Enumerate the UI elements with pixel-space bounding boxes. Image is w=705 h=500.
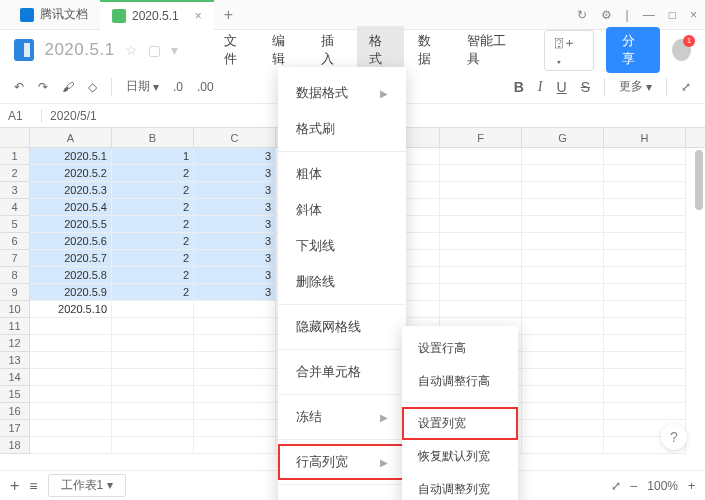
clear-format-icon[interactable]: ◇ bbox=[88, 80, 97, 94]
cell[interactable] bbox=[604, 148, 686, 165]
cell[interactable] bbox=[30, 437, 112, 454]
cell[interactable] bbox=[30, 318, 112, 335]
menu-item[interactable]: 合并单元格 bbox=[278, 354, 406, 390]
menu-item[interactable]: 删除线 bbox=[278, 264, 406, 300]
cell[interactable] bbox=[112, 437, 194, 454]
cell[interactable] bbox=[522, 420, 604, 437]
cell[interactable] bbox=[604, 352, 686, 369]
cell-reference[interactable]: A1 bbox=[0, 109, 42, 123]
cell[interactable] bbox=[440, 216, 522, 233]
row-header[interactable]: 18 bbox=[0, 437, 30, 454]
cell[interactable] bbox=[604, 284, 686, 301]
cell[interactable] bbox=[194, 420, 276, 437]
doc-tab[interactable]: 2020.5.1 × bbox=[100, 0, 214, 30]
cell[interactable] bbox=[30, 386, 112, 403]
row-header[interactable]: 12 bbox=[0, 335, 30, 352]
cell[interactable]: 2 bbox=[112, 267, 194, 284]
format-painter-icon[interactable]: 🖌 bbox=[62, 80, 74, 94]
cell[interactable] bbox=[440, 233, 522, 250]
sheet-tab[interactable]: 工作表1 ▾ bbox=[48, 474, 126, 497]
cell[interactable]: 3 bbox=[194, 199, 276, 216]
cell[interactable] bbox=[194, 437, 276, 454]
cell[interactable] bbox=[30, 420, 112, 437]
cell[interactable] bbox=[522, 437, 604, 454]
cell[interactable] bbox=[522, 403, 604, 420]
menu-item[interactable]: 条件格式 bbox=[278, 489, 406, 500]
cell[interactable] bbox=[604, 403, 686, 420]
cell[interactable] bbox=[112, 403, 194, 420]
cell[interactable]: 3 bbox=[194, 267, 276, 284]
submenu-item[interactable]: 恢复默认列宽 bbox=[402, 440, 518, 473]
number-format-dropdown[interactable]: 日期 ▾ bbox=[126, 78, 159, 95]
row-header[interactable]: 17 bbox=[0, 420, 30, 437]
menu-item[interactable]: 数据格式▶ bbox=[278, 75, 406, 111]
cell[interactable] bbox=[604, 335, 686, 352]
cell[interactable] bbox=[194, 369, 276, 386]
more-dropdown[interactable]: 更多 ▾ bbox=[619, 78, 652, 95]
cell[interactable]: 2020.5.5 bbox=[30, 216, 112, 233]
menu-item-0[interactable]: 文件 bbox=[212, 26, 259, 74]
redo-icon[interactable]: ↷ bbox=[38, 80, 48, 94]
avatar[interactable]: 1 bbox=[672, 39, 691, 61]
cell[interactable] bbox=[522, 148, 604, 165]
row-header[interactable]: 10 bbox=[0, 301, 30, 318]
cell[interactable] bbox=[112, 301, 194, 318]
col-header-C[interactable]: C bbox=[194, 128, 276, 147]
cell[interactable] bbox=[604, 318, 686, 335]
settings-icon[interactable]: ⚙ bbox=[601, 8, 612, 22]
cell[interactable]: 2 bbox=[112, 182, 194, 199]
share-button[interactable]: 分享 bbox=[606, 27, 660, 73]
cell[interactable] bbox=[440, 284, 522, 301]
cell[interactable] bbox=[112, 318, 194, 335]
submenu-item[interactable]: 设置行高 bbox=[402, 332, 518, 365]
col-header-B[interactable]: B bbox=[112, 128, 194, 147]
cell[interactable]: 1 bbox=[112, 148, 194, 165]
cell[interactable]: 2020.5.8 bbox=[30, 267, 112, 284]
cell[interactable] bbox=[112, 369, 194, 386]
cell[interactable] bbox=[522, 335, 604, 352]
cell[interactable]: 2 bbox=[112, 233, 194, 250]
row-header[interactable]: 6 bbox=[0, 233, 30, 250]
cell[interactable]: 2020.5.9 bbox=[30, 284, 112, 301]
cell[interactable]: 2 bbox=[112, 199, 194, 216]
cell[interactable]: 3 bbox=[194, 148, 276, 165]
cell[interactable] bbox=[440, 250, 522, 267]
cell[interactable]: 2020.5.7 bbox=[30, 250, 112, 267]
cell[interactable] bbox=[604, 301, 686, 318]
cell[interactable] bbox=[522, 267, 604, 284]
cell[interactable]: 3 bbox=[194, 250, 276, 267]
cell[interactable]: 3 bbox=[194, 182, 276, 199]
menu-item-4[interactable]: 数据 bbox=[406, 26, 453, 74]
cell[interactable] bbox=[194, 352, 276, 369]
cell[interactable] bbox=[30, 352, 112, 369]
cell[interactable] bbox=[522, 318, 604, 335]
strike-button[interactable]: S bbox=[581, 79, 590, 95]
menu-item[interactable]: 下划线 bbox=[278, 228, 406, 264]
col-header-A[interactable]: A bbox=[30, 128, 112, 147]
cell[interactable] bbox=[112, 420, 194, 437]
undo-icon[interactable]: ↶ bbox=[14, 80, 24, 94]
new-tab-button[interactable]: + bbox=[214, 6, 243, 24]
cell[interactable]: 3 bbox=[194, 216, 276, 233]
menu-item[interactable]: 冻结▶ bbox=[278, 399, 406, 435]
row-header[interactable]: 3 bbox=[0, 182, 30, 199]
cell[interactable] bbox=[440, 199, 522, 216]
cell[interactable] bbox=[194, 335, 276, 352]
zoom-in-button[interactable]: + bbox=[688, 479, 695, 493]
cell[interactable] bbox=[604, 250, 686, 267]
cell[interactable] bbox=[440, 148, 522, 165]
cell[interactable]: 2020.5.2 bbox=[30, 165, 112, 182]
cell-value[interactable]: 2020/5/1 bbox=[42, 109, 105, 123]
row-header[interactable]: 13 bbox=[0, 352, 30, 369]
cell[interactable]: 2020.5.3 bbox=[30, 182, 112, 199]
row-header[interactable]: 8 bbox=[0, 267, 30, 284]
help-button[interactable]: ? bbox=[661, 424, 687, 450]
row-header[interactable]: 11 bbox=[0, 318, 30, 335]
increase-decimal-icon[interactable]: .00 bbox=[197, 80, 214, 94]
cell[interactable] bbox=[522, 301, 604, 318]
cell[interactable] bbox=[604, 267, 686, 284]
row-header[interactable]: 2 bbox=[0, 165, 30, 182]
cell[interactable]: 2 bbox=[112, 284, 194, 301]
cell[interactable] bbox=[194, 403, 276, 420]
cell[interactable] bbox=[440, 165, 522, 182]
